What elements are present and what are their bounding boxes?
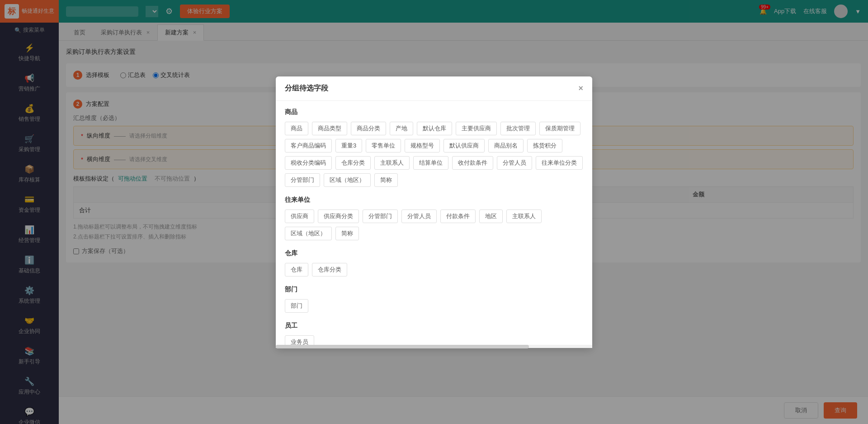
field-tag[interactable]: 产地 (390, 122, 413, 135)
field-tag[interactable]: 仓库分类 (335, 156, 371, 170)
field-tag[interactable]: 分管部门 (363, 210, 398, 223)
field-group-dept-title: 部门 (285, 286, 583, 294)
field-group-employee-title: 员工 (285, 322, 583, 330)
field-tag[interactable]: 付款条件 (440, 210, 476, 223)
field-group-product: 商品 商品 商品类型 商品分类 产地 默认仓库 主要供应商 批次管理 保质期管理… (285, 108, 583, 187)
field-tag[interactable]: 商品别名 (488, 139, 524, 152)
field-list-product: 商品 商品类型 商品分类 产地 默认仓库 主要供应商 批次管理 保质期管理 客户… (285, 122, 583, 187)
field-tag[interactable]: 分管人员 (401, 210, 437, 223)
field-list-employee: 业务员 (285, 335, 583, 345)
field-tag[interactable]: 简称 (374, 173, 398, 187)
field-tag[interactable]: 分管人员 (497, 156, 532, 170)
field-tag[interactable]: 拣货积分 (527, 139, 562, 152)
modal-body: 商品 商品 商品类型 商品分类 产地 默认仓库 主要供应商 批次管理 保质期管理… (276, 101, 592, 345)
field-list-dept: 部门 (285, 299, 583, 313)
field-tag[interactable]: 地区 (479, 210, 503, 223)
field-select-modal: 分组待选字段 × 商品 商品 商品类型 商品分类 产地 默认仓库 主要供应商 批… (276, 76, 592, 348)
field-tag[interactable]: 部门 (285, 299, 308, 313)
field-tag[interactable]: 往来单位分类 (536, 156, 583, 170)
field-tag[interactable]: 税收分类编码 (285, 156, 332, 170)
field-tag[interactable]: 区域（地区） (324, 173, 371, 187)
field-tag[interactable]: 收付款条件 (452, 156, 493, 170)
modal-horizontal-scrollbar[interactable] (276, 345, 592, 348)
field-tag[interactable]: 仓库 (285, 263, 308, 276)
field-tag[interactable]: 主联系人 (374, 156, 410, 170)
field-tag[interactable]: 商品分类 (351, 122, 386, 135)
field-tag[interactable]: 客户商品编码 (285, 139, 332, 152)
field-group-partner-title: 往来单位 (285, 196, 583, 204)
field-tag[interactable]: 默认供应商 (443, 139, 485, 152)
field-tag[interactable]: 供应商 (285, 210, 314, 223)
field-tag[interactable]: 默认仓库 (417, 122, 452, 135)
field-group-dept: 部门 部门 (285, 286, 583, 313)
modal-scrollbar-thumb (276, 345, 529, 348)
modal-header: 分组待选字段 × (276, 76, 592, 101)
field-tag[interactable]: 商品类型 (312, 122, 347, 135)
field-tag[interactable]: 仓库分类 (312, 263, 347, 276)
field-tag[interactable]: 简称 (335, 227, 359, 240)
modal-title: 分组待选字段 (285, 84, 328, 93)
modal-close-btn[interactable]: × (578, 84, 583, 93)
field-tag[interactable]: 业务员 (285, 335, 314, 345)
field-tag[interactable]: 主联系人 (506, 210, 542, 223)
field-tag[interactable]: 保质期管理 (539, 122, 580, 135)
field-tag[interactable]: 供应商分类 (318, 210, 359, 223)
field-tag[interactable]: 零售单位 (366, 139, 401, 152)
field-group-partner: 往来单位 供应商 供应商分类 分管部门 分管人员 付款条件 地区 主联系人 区域… (285, 196, 583, 240)
field-tag[interactable]: 批次管理 (500, 122, 536, 135)
field-group-warehouse-title: 仓库 (285, 249, 583, 257)
field-tag[interactable]: 分管部门 (285, 173, 320, 187)
field-tag[interactable]: 区域（地区） (285, 227, 332, 240)
field-tag[interactable]: 结算单位 (413, 156, 448, 170)
field-group-warehouse: 仓库 仓库 仓库分类 (285, 249, 583, 276)
field-tag[interactable]: 重量3 (335, 139, 362, 152)
field-tag[interactable]: 规格型号 (405, 139, 440, 152)
field-tag[interactable]: 商品 (285, 122, 308, 135)
field-tag[interactable]: 主要供应商 (456, 122, 497, 135)
field-list-partner: 供应商 供应商分类 分管部门 分管人员 付款条件 地区 主联系人 区域（地区） … (285, 210, 583, 240)
field-group-product-title: 商品 (285, 108, 583, 116)
field-list-warehouse: 仓库 仓库分类 (285, 263, 583, 276)
modal-overlay: 分组待选字段 × 商品 商品 商品类型 商品分类 产地 默认仓库 主要供应商 批… (0, 0, 868, 424)
field-group-employee: 员工 业务员 (285, 322, 583, 345)
